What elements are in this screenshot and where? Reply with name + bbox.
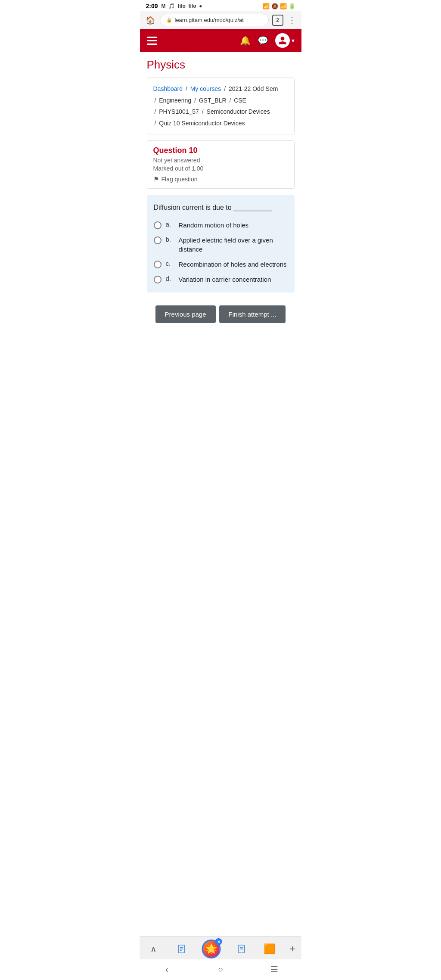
breadcrumb-mycourses[interactable]: My courses: [190, 85, 221, 92]
previous-page-button[interactable]: Previous page: [155, 305, 216, 323]
breadcrumb-gst: GST_BLR: [199, 97, 227, 104]
option-b: b. Applied electric field over a given d…: [154, 236, 288, 254]
status-left: 2:09 M 🎵 filo filo ●: [146, 3, 202, 9]
option-d: d. Variation in carrier concentration: [154, 275, 288, 284]
lock-icon: 🔒: [166, 17, 172, 23]
recents-button[interactable]: ☰: [265, 963, 284, 976]
flag-question-label: Flag question: [161, 176, 198, 183]
action-buttons: Previous page Finish attempt ...: [147, 301, 295, 332]
breadcrumb-semdevices: Semiconductor Devices: [207, 108, 270, 115]
url-bar[interactable]: 🔒 learn.gitam.edu/mod/quiz/at: [160, 14, 269, 26]
mute-icon: 🔕: [271, 3, 278, 9]
close-app-badge[interactable]: ✕: [215, 938, 222, 945]
back-button[interactable]: ‹: [157, 963, 176, 976]
page-content: Physics Dashboard / My courses / 2021-22…: [140, 52, 301, 338]
avatar-dropdown-icon[interactable]: ▾: [292, 37, 295, 44]
user-icon: [278, 36, 287, 45]
breadcrumb-dashboard[interactable]: Dashboard: [153, 85, 183, 92]
question-info-box: Question 10 Not yet answered Marked out …: [147, 140, 295, 189]
status-app-icons: M 🎵 filo filo ●: [161, 3, 202, 9]
breadcrumb: Dashboard / My courses / 2021-22 Odd Sem…: [147, 78, 295, 134]
option-d-text: Variation in carrier concentration: [179, 275, 271, 284]
option-d-letter: d.: [166, 275, 174, 282]
option-c-letter: c.: [166, 260, 174, 267]
flag-icon: ⚑: [153, 175, 159, 183]
page-title: Physics: [147, 58, 295, 72]
question-label: Question 10: [153, 146, 288, 155]
option-d-radio[interactable]: [154, 276, 161, 283]
breadcrumb-engineering: Engineering: [159, 97, 191, 104]
status-right: 📶 🔕 📶 🔋: [263, 3, 295, 9]
messages-icon[interactable]: 💬: [258, 35, 268, 46]
bottom-toolbar: ∧ 🌟 ✕ 🟧 +: [140, 936, 301, 961]
question-number: 10: [189, 146, 198, 155]
option-b-text: Applied electric field over a given dist…: [179, 236, 288, 254]
tab-1-icon[interactable]: [174, 941, 189, 957]
breadcrumb-semester: 2021-22 Odd Sem: [229, 85, 278, 92]
bluetooth-icon: 📶: [263, 3, 270, 9]
marked-out: Marked out of 1.00: [153, 165, 288, 172]
option-b-letter: b.: [166, 236, 174, 243]
nav-right-icons: 🔔 💬 ▾: [240, 33, 295, 48]
question-label-prefix: Question: [153, 146, 189, 155]
url-text: learn.gitam.edu/mod/quiz/at: [175, 17, 244, 23]
app-emoji: 🌟: [205, 943, 217, 955]
system-nav-bar: ‹ ○ ☰: [140, 959, 301, 980]
option-b-radio[interactable]: [154, 236, 161, 244]
tab-4-icon[interactable]: 🟧: [261, 941, 277, 957]
finish-attempt-button[interactable]: Finish attempt ...: [219, 305, 286, 323]
notifications-icon[interactable]: 🔔: [240, 35, 251, 46]
avatar: [275, 33, 290, 48]
question-content: Diffusion current is due to __________ a…: [147, 195, 295, 292]
option-c: c. Recombination of holes and electrons: [154, 260, 288, 269]
battery-icon: 🔋: [289, 3, 295, 9]
status-bar: 2:09 M 🎵 filo filo ● 📶 🔕 📶 🔋: [140, 0, 301, 11]
status-time: 2:09: [146, 3, 158, 9]
option-a: a. Random motion of holes: [154, 221, 288, 230]
avatar-container[interactable]: ▾: [275, 33, 295, 48]
wifi-icon: 📶: [280, 3, 287, 9]
option-c-radio[interactable]: [154, 261, 161, 268]
home-button[interactable]: ○: [211, 963, 230, 976]
breadcrumb-quiz: Quiz 10 Semiconductor Devices: [159, 120, 245, 127]
nav-header: 🔔 💬 ▾: [140, 29, 301, 52]
tab-3-icon[interactable]: [233, 941, 249, 957]
more-icon[interactable]: ⋮: [287, 15, 297, 25]
hamburger-menu[interactable]: [147, 37, 157, 45]
tab-count[interactable]: 2: [272, 15, 283, 26]
option-c-text: Recombination of holes and electrons: [179, 260, 287, 269]
flag-question-button[interactable]: ⚑ Flag question: [153, 175, 288, 183]
option-a-text: Random motion of holes: [179, 221, 249, 230]
option-a-radio[interactable]: [154, 221, 161, 229]
scroll-up-button[interactable]: ∧: [146, 941, 161, 957]
app-icon-4: 🟧: [264, 943, 275, 955]
question-text: Diffusion current is due to __________: [154, 202, 288, 213]
option-a-letter: a.: [166, 221, 174, 228]
breadcrumb-phys: PHYS1001_57: [159, 108, 199, 115]
browser-bar: 🏠 🔒 learn.gitam.edu/mod/quiz/at 2 ⋮: [140, 11, 301, 29]
breadcrumb-cse: CSE: [234, 97, 246, 104]
home-icon[interactable]: 🏠: [144, 14, 156, 26]
active-app-icon[interactable]: 🌟 ✕: [202, 940, 221, 958]
add-tab-button[interactable]: +: [290, 943, 295, 955]
options-list: a. Random motion of holes b. Applied ele…: [154, 221, 288, 284]
not-yet-answered: Not yet answered: [153, 157, 288, 164]
